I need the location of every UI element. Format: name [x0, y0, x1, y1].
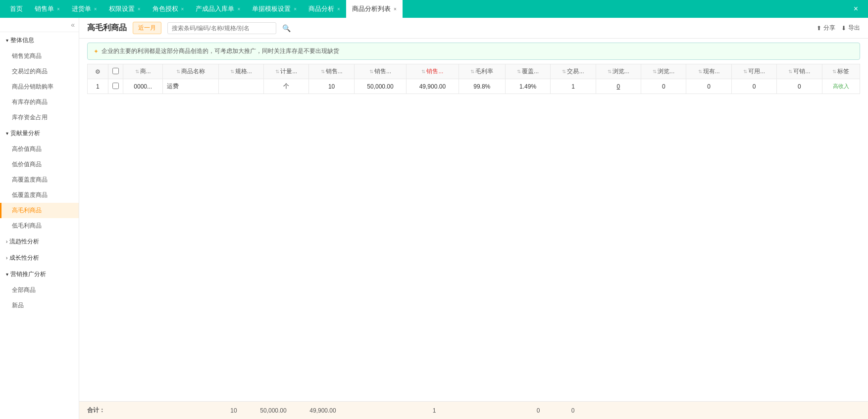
- row-sales2: 50,000.00: [354, 79, 406, 94]
- sidebar-item-inventory-fund[interactable]: 库存资金占用: [0, 110, 79, 125]
- row-sellable: 0: [777, 79, 822, 94]
- col-browse1[interactable]: ⇅浏览...: [596, 64, 641, 79]
- row-spec: [218, 79, 263, 94]
- nav-item-permissions[interactable]: 权限设置 ×: [103, 0, 147, 18]
- page-title: 高毛利商品: [87, 23, 127, 33]
- col-code[interactable]: ⇅商...: [123, 64, 162, 79]
- row-browse1[interactable]: 0: [596, 79, 641, 94]
- expand-arrow-icon: ▾: [6, 272, 8, 277]
- share-icon: ⬆: [817, 25, 821, 32]
- sidebar-item-all-products[interactable]: 全部商品: [0, 282, 79, 298]
- row-available: 0: [731, 79, 776, 94]
- col-tag[interactable]: ⇅标签: [822, 64, 860, 79]
- row-transactions: 1: [551, 79, 596, 94]
- window-close-button[interactable]: ×: [848, 4, 864, 13]
- col-gross-rate[interactable]: ⇅毛利率: [459, 64, 505, 79]
- close-icon[interactable]: ×: [394, 6, 397, 12]
- close-icon[interactable]: ×: [181, 6, 184, 12]
- sidebar-group-trend[interactable]: › 流趋性分析: [0, 233, 79, 250]
- footer-sales2: 50,000.00: [249, 407, 298, 414]
- close-icon[interactable]: ×: [57, 6, 60, 12]
- col-unit[interactable]: ⇅计量...: [264, 64, 309, 79]
- col-settings[interactable]: ⚙: [88, 64, 108, 79]
- sidebar-item-high-coverage[interactable]: 高覆盖度商品: [0, 172, 79, 187]
- row-coverage: 1.49%: [505, 79, 550, 94]
- close-icon[interactable]: ×: [138, 6, 141, 12]
- select-all-checkbox[interactable]: [112, 68, 119, 74]
- info-icon: ✦: [94, 48, 99, 55]
- nav-item-home[interactable]: 首页: [4, 0, 29, 18]
- row-gross-rate: 99.8%: [459, 79, 505, 94]
- sidebar-item-high-margin[interactable]: 高毛利商品: [0, 203, 79, 218]
- row-tag: 高收入: [822, 79, 860, 94]
- col-sales3[interactable]: ⇅销售...: [407, 64, 459, 79]
- close-icon[interactable]: ×: [94, 6, 97, 12]
- table-wrapper[interactable]: ⚙ ⇅商... ⇅商品名称 ⇅规格... ⇅计量... ⇅销售... ⇅销售..…: [79, 64, 868, 401]
- col-sales1[interactable]: ⇅销售...: [309, 64, 354, 79]
- top-nav: 首页 销售单 × 进货单 × 权限设置 × 角色授权 × 产成品入库单 × 单据…: [0, 0, 868, 18]
- export-button[interactable]: ⬇ 导出: [841, 24, 860, 32]
- sidebar-item-distribution[interactable]: 商品分销助购率: [0, 79, 79, 94]
- col-spec[interactable]: ⇅规格...: [218, 64, 263, 79]
- footer-label: 合计：: [87, 406, 105, 415]
- expand-arrow-icon: ›: [6, 255, 7, 261]
- sidebar-group-contribution[interactable]: ▾ 贡献量分析: [0, 125, 79, 141]
- row-name: 运费: [163, 79, 218, 94]
- main-layout: « ▾ 整体信息 销售览商品 交易过的商品 商品分销助购率 有库存的商品 库存资…: [0, 18, 868, 419]
- nav-item-templates[interactable]: 单据模板设置 ×: [246, 0, 303, 18]
- close-icon[interactable]: ×: [294, 6, 297, 12]
- sidebar-item-low-margin[interactable]: 低毛利商品: [0, 218, 79, 233]
- nav-item-products[interactable]: 产成品入库单 ×: [190, 0, 246, 18]
- sidebar-group-overall[interactable]: ▾ 整体信息: [0, 32, 79, 48]
- filter-button[interactable]: 近一月: [133, 22, 161, 34]
- footer-current: 0: [521, 407, 556, 414]
- sidebar-item-high-value[interactable]: 高价值商品: [0, 141, 79, 157]
- sidebar-item-low-value[interactable]: 低价值商品: [0, 157, 79, 172]
- nav-item-purchase[interactable]: 进货单 ×: [66, 0, 103, 18]
- row-unit: 个: [264, 79, 309, 94]
- col-browse2[interactable]: ⇅浏览...: [641, 64, 686, 79]
- nav-item-roles[interactable]: 角色授权 ×: [147, 0, 190, 18]
- row-num: 1: [88, 79, 108, 94]
- nav-item-sales[interactable]: 销售单 ×: [29, 0, 66, 18]
- nav-item-analysis[interactable]: 商品分析 ×: [303, 0, 346, 18]
- content-header: 高毛利商品 近一月 🔍 ⬆ 分享 ⬇ 导出: [79, 18, 868, 39]
- data-table: ⚙ ⇅商... ⇅商品名称 ⇅规格... ⇅计量... ⇅销售... ⇅销售..…: [87, 64, 860, 94]
- sidebar-group-growth[interactable]: › 成长性分析: [0, 250, 79, 266]
- footer-available: 0: [556, 407, 590, 414]
- search-button[interactable]: 🔍: [282, 24, 291, 32]
- col-available[interactable]: ⇅可用...: [731, 64, 776, 79]
- sidebar-item-new-products[interactable]: 新品: [0, 298, 79, 313]
- share-button[interactable]: ⬆ 分享: [817, 24, 835, 32]
- col-name[interactable]: ⇅商品名称: [163, 64, 218, 79]
- info-banner: ✦ 企业的主要的利润都是这部分商品创造的，可考虑加大推广，同时关注库存是不要出现…: [87, 43, 860, 60]
- sidebar-item-traded[interactable]: 交易过的商品: [0, 64, 79, 79]
- expand-arrow-icon: ›: [6, 239, 7, 244]
- row-current: 0: [686, 79, 731, 94]
- col-coverage[interactable]: ⇅覆盖...: [505, 64, 550, 79]
- col-current[interactable]: ⇅现有...: [686, 64, 731, 79]
- row-code: 0000...: [123, 79, 162, 94]
- footer-transactions: 1: [417, 407, 452, 414]
- col-transactions[interactable]: ⇅交易...: [551, 64, 596, 79]
- sidebar-group-marketing[interactable]: ▾ 营销推广分析: [0, 266, 79, 282]
- row-sales1: 10: [309, 79, 354, 94]
- col-checkbox[interactable]: [108, 64, 123, 79]
- close-icon[interactable]: ×: [237, 6, 240, 12]
- content-area: 高毛利商品 近一月 🔍 ⬆ 分享 ⬇ 导出 ✦ 企业的主要的利润都是这部分商品创…: [79, 18, 868, 419]
- col-sales2[interactable]: ⇅销售...: [354, 64, 406, 79]
- row-checkbox-input[interactable]: [112, 83, 119, 89]
- row-checkbox[interactable]: [108, 79, 123, 94]
- row-sales3: 49,900.00: [407, 79, 459, 94]
- row-browse2: 0: [641, 79, 686, 94]
- collapse-button[interactable]: «: [71, 21, 75, 29]
- expand-arrow-icon: ▾: [6, 131, 8, 136]
- sidebar-item-in-stock[interactable]: 有库存的商品: [0, 94, 79, 110]
- col-sellable[interactable]: ⇅可销...: [777, 64, 822, 79]
- sidebar: « ▾ 整体信息 销售览商品 交易过的商品 商品分销助购率 有库存的商品 库存资…: [0, 18, 79, 419]
- search-input[interactable]: [167, 22, 276, 34]
- sidebar-item-low-coverage[interactable]: 低覆盖度商品: [0, 187, 79, 203]
- nav-item-analysis-list[interactable]: 商品分析列表 ×: [346, 0, 403, 18]
- sidebar-item-sales-overview[interactable]: 销售览商品: [0, 48, 79, 64]
- close-icon[interactable]: ×: [337, 6, 340, 12]
